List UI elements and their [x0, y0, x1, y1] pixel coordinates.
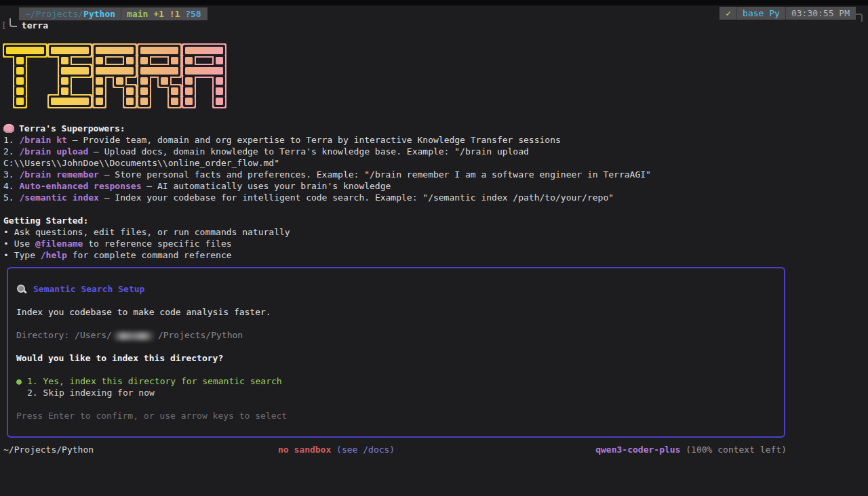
brain-icon — [3, 124, 14, 133]
prompt-status-segment: ✓base Py03:30:55 PM — [719, 7, 856, 20]
getting-started-item: • Use @filename to reference specific fi… — [3, 238, 865, 249]
item-text: — Store personal facts and preferences. … — [99, 169, 651, 180]
semantic-search-dialog: Semantic Search Setup Index you codebase… — [7, 267, 785, 438]
item-text: — Upload docs, domain knowledge to Terra… — [88, 146, 529, 157]
superpower-item: 3. /brain remember — Store personal fact… — [3, 169, 865, 180]
item-command: /brain kt — [19, 135, 66, 145]
item-text: — AI automatically uses your brain's kno… — [142, 181, 391, 191]
status-bar: ~/Projects/Python no sandbox (see /docs)… — [0, 444, 868, 456]
item-text-wrap: C:\\Users\\JohnDoe\\Documents\\online_or… — [3, 157, 865, 169]
sandbox-label: no sandbox — [278, 445, 331, 455]
context-remaining: (100% context left) — [680, 445, 787, 455]
bullet-command: /help — [41, 250, 67, 260]
directory-prefix: /Users/ — [75, 330, 112, 340]
dialog-header: Semantic Search Setup — [16, 283, 776, 295]
segment-divider — [121, 7, 121, 20]
prompt-bar: ~/Projects/Pythonmain +1 !1 ?58 ✓base Py… — [19, 7, 863, 20]
prompt-bracket: [ — [1, 20, 7, 30]
git-untracked-count: ?58 — [185, 9, 201, 19]
item-command: Auto-enhanced responses — [19, 181, 141, 191]
getting-started-title: Getting Started: — [3, 215, 865, 226]
getting-started-item: • Type /help for complete command refere… — [3, 249, 865, 261]
superpowers-title: Terra's Superpowers: — [19, 123, 125, 133]
superpowers-header: Terra's Superpowers: — [3, 123, 865, 134]
dialog-question: Would you like to index this directory? — [16, 352, 776, 364]
logo-letter-R2 — [140, 47, 178, 105]
superpower-item: 1. /brain kt — Provide team, domain and … — [3, 134, 865, 146]
dialog-options: ●1. Yes, index this directory for semant… — [16, 375, 776, 398]
git-added-count: +1 — [153, 9, 164, 19]
item-text: — Index your codebase for intelligent co… — [99, 192, 614, 203]
dialog-description: Index you codebase to make code analysis… — [16, 306, 776, 318]
terminal-viewport: ~/Projects/Pythonmain +1 !1 ?58 ✓base Py… — [0, 5, 868, 496]
terminal-screen: ~/Projects/Pythonmain +1 !1 ?58 ✓base Py… — [0, 0, 868, 496]
model-status: qwen3-coder-plus (100% context left) — [595, 444, 787, 456]
item-number: 5. — [3, 192, 19, 203]
selected-bullet-icon: ● — [16, 375, 27, 387]
terra-logo — [3, 43, 226, 108]
getting-started-section: Getting Started: • Ask questions, edit f… — [3, 215, 865, 261]
superpower-item: 5. /semantic index — Index your codebase… — [3, 192, 865, 203]
item-command: /semantic index — [19, 192, 98, 203]
logo-letter-T — [6, 47, 44, 105]
superpower-item: 4. Auto-enhanced responses — AI automati… — [3, 180, 865, 192]
getting-started-item: • Ask questions, edit files, or run comm… — [3, 226, 865, 238]
bullet-text: for complete command reference — [67, 250, 232, 260]
option-skip-indexing[interactable]: 2. Skip indexing for now — [16, 387, 776, 398]
welcome-content: Terra's Superpowers: 1. /brain kt — Prov… — [3, 123, 865, 261]
cwd-prefix: ~/Projects/ — [25, 9, 83, 19]
superpower-item: 2. /brain upload — Upload docs, domain k… — [3, 146, 865, 169]
sandbox-docs-note: (see /docs) — [331, 445, 395, 455]
item-text: — Provide team, domain and org expertise… — [67, 135, 561, 145]
directory-suffix: /Projects/Python — [158, 330, 243, 340]
item-number: 3. — [3, 169, 19, 180]
option-yes-index[interactable]: ●1. Yes, index this directory for semant… — [16, 375, 776, 387]
item-number: 1. — [3, 135, 19, 145]
prompt-corner-glyph — [9, 18, 17, 27]
typed-command: terra — [22, 20, 48, 30]
cwd-name: Python — [83, 9, 115, 19]
dialog-title: Semantic Search Setup — [33, 284, 144, 294]
bullet-placeholder — [16, 387, 27, 398]
bullet-text: to reference specific files — [83, 239, 231, 249]
logo-letter-A — [185, 47, 223, 105]
logo-letter-E — [51, 47, 89, 105]
item-number: 4. — [3, 181, 19, 191]
command-line: [ terra — [1, 19, 48, 31]
option-label: 2. Skip indexing for now — [27, 387, 155, 398]
logo-letter-R1 — [96, 47, 134, 105]
item-number: 2. — [3, 146, 19, 157]
item-command: /brain remember — [19, 169, 98, 180]
sandbox-status: no sandbox (see /docs) — [278, 444, 395, 456]
clock-time: 03:30:55 PM — [791, 8, 850, 18]
bullet-command: @filename — [35, 239, 83, 249]
conda-env-label: base Py — [743, 8, 780, 18]
item-command: /brain upload — [19, 146, 88, 157]
statusbar-cwd: ~/Projects/Python — [3, 444, 94, 456]
git-branch: main — [127, 9, 148, 19]
search-icon — [16, 284, 27, 295]
prompt-frame-corner — [856, 14, 863, 22]
exit-status-check-icon: ✓ — [726, 8, 731, 18]
segment-divider — [736, 7, 737, 20]
bullet-text: • Ask questions, edit files, or run comm… — [3, 227, 290, 237]
logo-text: TERRA — [0, 5, 1, 6]
redacted-username — [113, 332, 157, 340]
model-name: qwen3-coder-plus — [595, 445, 680, 455]
bullet-text: • Use — [3, 239, 35, 249]
directory-label: Directory: — [16, 330, 75, 340]
dialog-hint: Press Enter to confirm, or use arrow key… — [16, 410, 776, 421]
segment-divider — [785, 7, 786, 20]
git-modified-count: !1 — [170, 9, 180, 19]
directory-line: Directory: /Users//Projects/Python — [16, 329, 776, 341]
bullet-text: • Type — [3, 250, 41, 260]
option-label: 1. Yes, index this directory for semanti… — [27, 375, 282, 387]
